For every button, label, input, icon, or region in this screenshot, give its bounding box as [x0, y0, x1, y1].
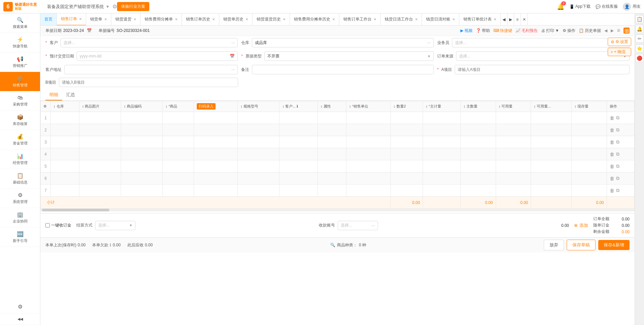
tab-close-sales-order[interactable]: ✕ [79, 17, 82, 21]
save-new-btn[interactable]: 保存&新增 [598, 240, 630, 250]
row-3-available2[interactable] [531, 136, 572, 148]
calendar-icon[interactable]: 📅 [87, 28, 92, 33]
row-2-main-unit[interactable] [423, 124, 460, 136]
online-service-btn[interactable]: 💬 在线客服 [596, 4, 618, 9]
row-3-sales-unit[interactable] [346, 136, 391, 148]
tab-close-invoice[interactable]: ✕ [104, 17, 107, 21]
address-input[interactable]: ··· [64, 65, 238, 74]
tab-close-invoice-history[interactable]: ✕ [245, 17, 248, 21]
row-3-scan[interactable] [194, 136, 237, 148]
print-btn[interactable]: 🖨 打印 ▼ [541, 28, 559, 34]
tab-close-return-history[interactable]: ✕ [283, 17, 286, 21]
tab-return-history[interactable]: 销货退货历史 ✕ [253, 13, 290, 26]
row-3-qty2[interactable] [391, 136, 423, 148]
row-2-stock[interactable] [572, 124, 607, 136]
row-2-code[interactable] [121, 124, 163, 136]
copy-icon-3[interactable]: ⧉ [616, 139, 619, 145]
row-3-spec[interactable] [238, 136, 279, 148]
tab-close-order-report[interactable]: ✕ [494, 17, 496, 21]
right-panel-icon-4[interactable]: ⭐ [636, 44, 644, 52]
sidebar-item-inventory[interactable]: 📦 库存核算 [0, 111, 40, 130]
sidebar-item-quicknav[interactable]: ⚡ 快捷导航 [0, 33, 40, 52]
row-2-available[interactable] [496, 124, 531, 136]
delete-icon-2[interactable]: 🗑 [610, 127, 614, 133]
sidebar-item-newbie[interactable]: 🆕 新手引导 [0, 228, 40, 247]
row-3-stock[interactable] [572, 136, 607, 148]
copy-icon-6[interactable]: ⧉ [616, 175, 619, 181]
warehouse-select[interactable]: 成品库 ··· [252, 38, 433, 47]
print-dropdown-icon[interactable]: ▼ [555, 28, 559, 33]
add-product-float-btn[interactable]: + + 物流 [608, 48, 631, 56]
help-btn[interactable]: ❓ 帮助 [476, 28, 490, 34]
tab-expense-split[interactable]: 销售费用分摊单 ✕ [141, 13, 182, 26]
row-2-customer-code[interactable] [279, 124, 318, 136]
sidebar-item-purchase[interactable]: 🛍 采购管理 [0, 91, 40, 111]
tab-detail[interactable]: 明细 [45, 90, 62, 100]
order-source-select[interactable]: 选择... ▼ [456, 51, 630, 61]
search-products-icon[interactable]: 🔍 [330, 243, 335, 247]
tab-return[interactable]: 销货退货 ✕ [111, 13, 141, 26]
tab-sales-order[interactable]: 销售订单 ✕ [57, 13, 86, 26]
one-click-checkbox[interactable] [45, 223, 50, 228]
profit-btn[interactable]: 📈 毛利预告 [516, 28, 538, 34]
copy-icon-2[interactable]: ⧉ [616, 127, 619, 133]
industry-btn[interactable]: 体验行业方案 [117, 2, 149, 11]
row-3-image[interactable] [79, 136, 121, 148]
row-1-main-qty[interactable] [461, 112, 496, 124]
delete-icon-4[interactable]: 🗑 [610, 152, 614, 157]
scroll-indicator[interactable] [40, 209, 635, 211]
invoice-type-select[interactable]: 不开票 ▼ [264, 51, 434, 61]
tab-daily-workbench[interactable]: 钱货日清工作台 ✕ [381, 13, 422, 26]
row-1-available[interactable] [496, 112, 531, 124]
scan-btn[interactable]: 扫码录入 [197, 103, 216, 110]
tab-invoice[interactable]: 销货单 ✕ [86, 13, 111, 26]
sidebar-item-collapse[interactable]: ◀◀ [0, 314, 40, 325]
row-1-attribute[interactable] [318, 112, 346, 124]
tab-order-report[interactable]: 销售订单统计表 ✕ [459, 13, 501, 26]
row-1-image[interactable] [79, 112, 121, 124]
tab-order-workbench[interactable]: 销售订单工作台 ✕ [339, 13, 381, 26]
row-1-sales-unit[interactable] [346, 112, 391, 124]
row-3-customer-code[interactable] [279, 136, 318, 148]
notification-area[interactable]: 🔔 9 [557, 3, 564, 10]
delete-icon-5[interactable]: 🗑 [610, 164, 614, 169]
delete-icon-1[interactable]: 🗑 [610, 115, 614, 121]
sidebar-item-sales[interactable]: 🛒 销售管理 [0, 72, 40, 91]
sidebar-item-marketing[interactable]: 📢 营销推广 [0, 52, 40, 72]
shortcut-btn[interactable]: ⌨ 快捷键 [493, 28, 512, 34]
customer-select[interactable]: 选择... ··· [61, 38, 238, 47]
tab-close-all-btn[interactable]: ✕ [521, 13, 528, 26]
sidebar-item-enterprise[interactable]: 🏢 企业协同 [0, 208, 40, 228]
row-2-image[interactable] [79, 124, 121, 136]
sidebar-item-settings[interactable]: ⚙ [0, 300, 40, 314]
nav-next-icon[interactable]: ▶ [611, 28, 614, 33]
row-2-spec[interactable] [238, 124, 279, 136]
right-panel-icon-3[interactable]: ✏ [636, 35, 644, 43]
copy-icon-1[interactable]: ⧉ [616, 115, 619, 121]
tab-close-order-workbench[interactable]: ✕ [374, 17, 376, 21]
app-download-btn[interactable]: 📱 App下载 [569, 4, 591, 9]
row-2-available2[interactable] [531, 124, 572, 136]
grid-view-icon[interactable]: ≡ [617, 28, 620, 34]
tab-expense-history[interactable]: 销售费用分摊单历史 ✕ [290, 13, 339, 26]
tab-next-btn[interactable]: ▶ [507, 13, 514, 26]
row-2-scan[interactable] [194, 124, 237, 136]
row-1-code[interactable] [121, 112, 163, 124]
sidebar-item-operations[interactable]: 📊 经营管理 [0, 150, 40, 169]
history-btn[interactable]: 📋 历史单据 [579, 28, 601, 34]
tab-daily-reconcile[interactable]: 钱货日清对账 ✕ [422, 13, 459, 26]
sidebar-item-system[interactable]: ⚙ 系统管理 [0, 189, 40, 208]
row-3-available[interactable] [496, 136, 531, 148]
tab-summary[interactable]: 汇总 [62, 90, 79, 100]
b-project-input[interactable] [59, 78, 238, 87]
row-2-product[interactable] [163, 124, 194, 136]
row-3-code[interactable] [121, 136, 163, 148]
dropdown-icon[interactable]: ▼ [106, 4, 110, 9]
delete-icon-3[interactable]: 🗑 [610, 139, 614, 145]
tab-menu-btn[interactable]: ≡ [514, 13, 521, 26]
payment-method-select[interactable]: 选择... ▼ [95, 221, 136, 230]
tab-home[interactable]: 首页 [40, 13, 57, 26]
salesperson-select[interactable]: 选择... ··· [452, 38, 630, 47]
right-panel-icon-2[interactable]: 🔔 [636, 25, 644, 33]
sidebar-item-basic-info[interactable]: 📋 基础信息 [0, 169, 40, 189]
